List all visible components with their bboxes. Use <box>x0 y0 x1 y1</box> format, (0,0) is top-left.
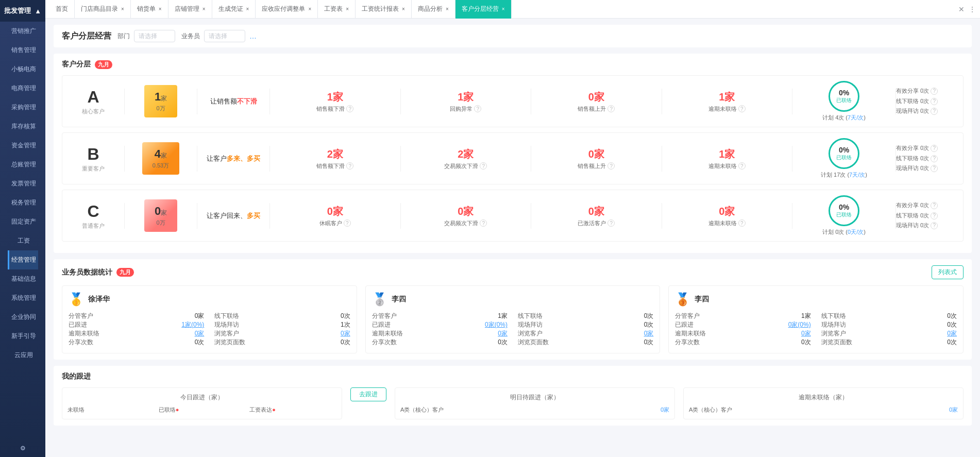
staff-stat-left: 已跟进0家(0%) <box>372 320 508 329</box>
sidebar-item-工资[interactable]: 工资 <box>8 231 38 250</box>
tab-close-all[interactable]: ✕ <box>958 5 965 13</box>
tab-首页[interactable]: 首页 <box>49 0 75 19</box>
staff-section-header: 业务员数据统计 九月 列表式 <box>62 265 964 279</box>
tab-工资表[interactable]: 工资表× <box>318 0 356 19</box>
tab-close-工资表[interactable]: × <box>346 6 349 12</box>
sidebar-item-资金管理[interactable]: 资金管理 <box>8 136 38 155</box>
staff-select[interactable]: 请选择 <box>204 30 245 42</box>
sidebar-item-基础信息[interactable]: 基础信息 <box>8 269 38 289</box>
sidebar-item-采购管理[interactable]: 采购管理 <box>8 98 38 117</box>
staff-stat-right: 浏览页面数0次 <box>518 338 653 347</box>
tab-工资统计报表[interactable]: 工资统计报表× <box>356 0 412 19</box>
more-filter-btn[interactable]: … <box>249 32 257 40</box>
info-icon-回购异常[interactable]: ? <box>474 105 481 112</box>
extra-线下联络: 线下联络 0次 ? <box>896 211 963 221</box>
customer-month-badge: 九月 <box>95 60 112 69</box>
tab-生成凭证[interactable]: 生成凭证× <box>212 0 256 19</box>
tab-应收应付调整单[interactable]: 应收应付调整单× <box>256 0 318 19</box>
staff-stat-right: 现场拜访0次 <box>518 320 653 329</box>
info-extra-有效分享[interactable]: ? <box>931 202 938 209</box>
tier-stat-A-销售额上升: 0家 销售额上升 ? <box>531 88 662 115</box>
content-area: 客户分层经营 部门 请选择 业务员 请选择 … 客户分层 九月 <box>45 19 980 457</box>
dept-filter: 部门 请选择 <box>117 30 175 42</box>
follow-title: 我的跟进 <box>62 372 91 381</box>
info-icon-交易频次下滑[interactable]: ? <box>480 219 487 227</box>
staff-stat-left: 分管客户1家 <box>372 312 508 320</box>
list-view-btn[interactable]: 列表式 <box>932 265 964 279</box>
sidebar-item-税务管理[interactable]: 税务管理 <box>8 193 38 212</box>
tab-close-销货单[interactable]: × <box>159 6 162 12</box>
sidebar-items: 营销推广销售管理小畅电商电商管理采购管理库存核算资金管理总账管理发票管理税务管理… <box>8 22 38 365</box>
goto-follow-btn[interactable]: 去跟进 <box>350 387 386 401</box>
tab-more[interactable]: ⋮ <box>969 5 976 13</box>
sidebar-item-电商管理[interactable]: 电商管理 <box>8 79 38 98</box>
sidebar-item-云应用[interactable]: 云应用 <box>8 346 38 365</box>
info-icon-销售额上升[interactable]: ? <box>607 162 615 170</box>
staff-filter: 业务员 请选择 … <box>181 30 257 42</box>
info-icon-已激活客户[interactable]: ? <box>607 219 615 227</box>
info-icon-逾期未联络[interactable]: ? <box>738 219 746 227</box>
extra-现场拜访: 现场拜访 0次 ? <box>896 163 963 174</box>
staff-stats: 分管客户1家已跟进0家(0%)逾期未联络0家分享次数0次 线下联络0次现场拜访0… <box>675 312 957 347</box>
info-icon-销售额上升[interactable]: ? <box>607 105 615 112</box>
staff-stat-left: 分管客户1家 <box>675 312 810 320</box>
info-extra-现场拜访[interactable]: ? <box>931 222 938 229</box>
tier-label-A: A 核心客户 <box>62 88 124 115</box>
staff-stat-right: 浏览页面数0次 <box>821 338 957 347</box>
tab-close-客户分层经营[interactable]: × <box>502 6 505 12</box>
staff-stat-right: 线下联络0次 <box>214 312 350 320</box>
staff-stat-left: 分享次数0次 <box>69 338 204 347</box>
staff-stat-left: 已跟进1家(0%) <box>69 320 204 329</box>
sidebar-item-营销推广[interactable]: 营销推广 <box>8 22 38 41</box>
tier-stat-A-回购异常: 1家 回购异常 ? <box>401 88 531 115</box>
tab-客户分层经营[interactable]: 客户分层经营× <box>455 0 512 19</box>
sidebar-item-小畅电商[interactable]: 小畅电商 <box>8 60 38 79</box>
tab-close-门店商品目录[interactable]: × <box>121 6 124 12</box>
staff-stat-right: 现场拜访0次 <box>821 320 957 329</box>
sidebar-item-经营管理[interactable]: 经营管理 <box>8 250 38 269</box>
info-extra-有效分享[interactable]: ? <box>931 145 938 152</box>
sidebar-item-总账管理[interactable]: 总账管理 <box>8 155 38 174</box>
tab-门店商品目录[interactable]: 门店商品目录× <box>75 0 131 19</box>
staff-stat-left: 逾期未联络0家 <box>372 329 508 338</box>
sidebar-item-库存核算[interactable]: 库存核算 <box>8 117 38 136</box>
info-icon-休眠客户[interactable]: ? <box>344 219 351 227</box>
sidebar-toggle-icon[interactable]: ▲ <box>35 7 41 15</box>
extra-有效分享: 有效分享 0次 ? <box>896 200 963 211</box>
dept-select[interactable]: 请选择 <box>134 30 175 42</box>
tier-contact-A: 0% 已联络 计划 4次 (7天/次) <box>792 81 895 122</box>
staff-name: 李四 <box>392 295 406 304</box>
info-extra-线下联络[interactable]: ? <box>931 98 938 105</box>
page-header: 客户分层经营 部门 请选择 业务员 请选择 … <box>54 25 972 47</box>
info-icon-销售额下滑[interactable]: ? <box>346 162 353 170</box>
info-extra-线下联络[interactable]: ? <box>931 212 938 219</box>
sidebar-header[interactable]: 批发管理 ▲ <box>0 0 45 22</box>
tab-close-商品分析[interactable]: × <box>446 6 449 12</box>
tab-close-应收应付调整单[interactable]: × <box>308 6 311 12</box>
tier-rows: A 核心客户 1家 0万 让销售额不下滑 1家 销售额下滑 ? 1家 回购异常 … <box>62 75 964 242</box>
sidebar-item-系统管理[interactable]: 系统管理 <box>8 289 38 308</box>
info-icon-交易频次下滑[interactable]: ? <box>480 162 487 170</box>
sidebar-item-企业协同[interactable]: 企业协同 <box>8 308 38 327</box>
sidebar-item-发票管理[interactable]: 发票管理 <box>8 174 38 193</box>
info-extra-线下联络[interactable]: ? <box>931 155 938 162</box>
sidebar-item-固定资产[interactable]: 固定资产 <box>8 212 38 231</box>
tab-close-生成凭证[interactable]: × <box>246 6 249 12</box>
tab-店铺管理[interactable]: 店铺管理× <box>168 0 212 19</box>
info-extra-现场拜访[interactable]: ? <box>931 108 938 115</box>
sidebar-item-销售管理[interactable]: 销售管理 <box>8 41 38 60</box>
sidebar-item-新手引导[interactable]: 新手引导 <box>8 327 38 346</box>
tab-close-店铺管理[interactable]: × <box>202 6 206 12</box>
info-icon-逾期未联络[interactable]: ? <box>738 162 746 170</box>
info-extra-现场拜访[interactable]: ? <box>931 165 938 172</box>
settings-icon[interactable]: ⚙ <box>0 439 45 457</box>
tab-销货单[interactable]: 销货单× <box>131 0 168 19</box>
info-icon-逾期未联络[interactable]: ? <box>738 105 746 112</box>
staff-grid: 🥇 徐泽华 分管客户0家已跟进1家(0%)逾期未联络0家分享次数0次 线下联络0… <box>62 285 964 353</box>
info-icon-销售额下滑[interactable]: ? <box>346 105 353 112</box>
staff-stat-left: 分管客户0家 <box>69 312 204 320</box>
tab-close-工资统计报表[interactable]: × <box>402 6 405 12</box>
tab-商品分析[interactable]: 商品分析× <box>412 0 455 19</box>
tier-suggestion-A: 让销售额不下滑 <box>197 97 269 106</box>
info-extra-有效分享[interactable]: ? <box>931 88 938 95</box>
